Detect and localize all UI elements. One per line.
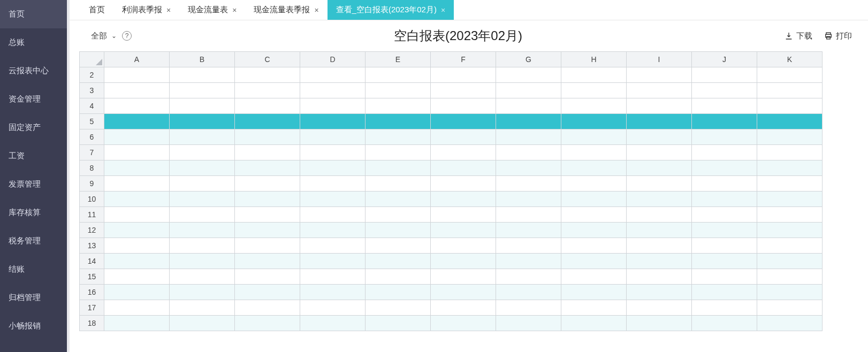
cell-K17[interactable] [757,300,823,316]
cell-D6[interactable] [300,129,366,145]
cell-F2[interactable] [431,67,496,83]
row-header-12[interactable]: 12 [80,223,104,238]
cell-J3[interactable] [692,83,757,98]
cell-A12[interactable] [104,223,170,238]
cell-G12[interactable] [496,223,561,238]
cell-D5[interactable] [300,114,366,129]
cell-J6[interactable] [692,129,757,145]
cell-J9[interactable] [692,176,757,192]
cell-B10[interactable] [170,192,235,207]
cell-J10[interactable] [692,192,757,207]
cell-H3[interactable] [561,83,627,98]
cell-A8[interactable] [104,160,170,176]
close-icon[interactable]: × [232,6,237,14]
cell-B16[interactable] [170,285,235,300]
close-icon[interactable]: × [441,6,445,14]
cell-E13[interactable] [366,238,431,254]
cell-H7[interactable] [561,145,627,160]
cell-G14[interactable] [496,254,561,269]
cell-J14[interactable] [692,254,757,269]
cell-K10[interactable] [757,192,823,207]
cell-H16[interactable] [561,285,627,300]
cell-C9[interactable] [235,176,300,192]
cell-I15[interactable] [627,269,692,285]
cell-C12[interactable] [235,223,300,238]
cell-A15[interactable] [104,269,170,285]
cell-C2[interactable] [235,67,300,83]
cell-D16[interactable] [300,285,366,300]
cell-D13[interactable] [300,238,366,254]
cell-I18[interactable] [627,316,692,331]
spreadsheet[interactable]: ABCDEFGHIJK23456789101112131415161718 [79,51,823,331]
cell-K16[interactable] [757,285,823,300]
cell-G15[interactable] [496,269,561,285]
download-button[interactable]: 下载 [785,31,812,41]
cell-F15[interactable] [431,269,496,285]
cell-B7[interactable] [170,145,235,160]
cell-D3[interactable] [300,83,366,98]
cell-J13[interactable] [692,238,757,254]
cell-H9[interactable] [561,176,627,192]
cell-F7[interactable] [431,145,496,160]
cell-J2[interactable] [692,67,757,83]
col-header-C[interactable]: C [235,52,300,67]
cell-J17[interactable] [692,300,757,316]
tab-2[interactable]: 现金流量表× [179,0,245,20]
cell-I14[interactable] [627,254,692,269]
cell-E11[interactable] [366,207,431,223]
cell-G4[interactable] [496,98,561,114]
cell-A7[interactable] [104,145,170,160]
cell-G11[interactable] [496,207,561,223]
cell-H17[interactable] [561,300,627,316]
sidebar-item-1[interactable]: 总账 [0,28,67,57]
close-icon[interactable]: × [166,6,171,14]
cell-A3[interactable] [104,83,170,98]
cell-G5[interactable] [496,114,561,129]
col-header-G[interactable]: G [496,52,561,67]
sidebar-item-11[interactable]: 小畅报销 [0,312,67,340]
cell-E10[interactable] [366,192,431,207]
cell-C18[interactable] [235,316,300,331]
cell-E5[interactable] [366,114,431,129]
sidebar-item-3[interactable]: 资金管理 [0,85,67,113]
cell-I10[interactable] [627,192,692,207]
filter-dropdown[interactable]: 全部 ⌄ [91,31,117,41]
cell-A16[interactable] [104,285,170,300]
row-header-18[interactable]: 18 [80,316,104,331]
cell-D4[interactable] [300,98,366,114]
cell-D12[interactable] [300,223,366,238]
cell-A11[interactable] [104,207,170,223]
cell-D7[interactable] [300,145,366,160]
cell-K4[interactable] [757,98,823,114]
cell-B18[interactable] [170,316,235,331]
row-header-17[interactable]: 17 [80,300,104,316]
cell-C13[interactable] [235,238,300,254]
cell-F18[interactable] [431,316,496,331]
cell-J8[interactable] [692,160,757,176]
cell-J7[interactable] [692,145,757,160]
sidebar-item-8[interactable]: 税务管理 [0,227,67,255]
cell-H5[interactable] [561,114,627,129]
cell-D10[interactable] [300,192,366,207]
cell-G9[interactable] [496,176,561,192]
select-all-corner[interactable] [80,52,104,67]
cell-I8[interactable] [627,160,692,176]
cell-F6[interactable] [431,129,496,145]
sidebar-item-6[interactable]: 发票管理 [0,170,67,198]
tab-3[interactable]: 现金流量表季报× [245,0,327,20]
sidebar-item-9[interactable]: 结账 [0,255,67,284]
cell-H10[interactable] [561,192,627,207]
cell-H14[interactable] [561,254,627,269]
sidebar-item-0[interactable]: 首页 [0,0,67,28]
cell-B2[interactable] [170,67,235,83]
cell-K12[interactable] [757,223,823,238]
cell-C5[interactable] [235,114,300,129]
cell-E7[interactable] [366,145,431,160]
cell-E4[interactable] [366,98,431,114]
cell-D2[interactable] [300,67,366,83]
row-header-4[interactable]: 4 [80,98,104,114]
cell-K6[interactable] [757,129,823,145]
cell-A14[interactable] [104,254,170,269]
row-header-16[interactable]: 16 [80,285,104,300]
cell-G7[interactable] [496,145,561,160]
